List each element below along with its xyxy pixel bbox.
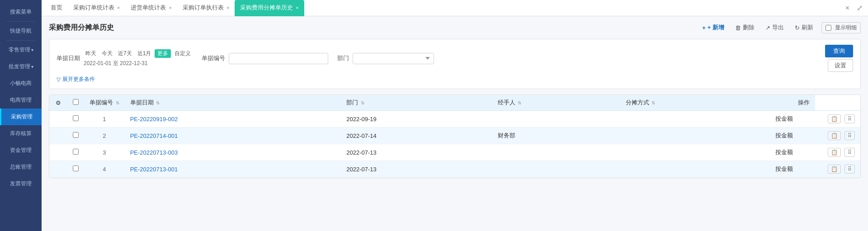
sidebar-item-ledger-label: 总账管理 [10,163,32,171]
edit-button[interactable]: 📋 [828,114,841,123]
action-buttons: 📋 ⠿ [821,131,855,140]
tab-incoming-stats-close[interactable]: × [169,5,171,10]
tab-incoming-stats[interactable]: 进货单统计表 × [125,0,177,16]
row-checkbox[interactable] [73,115,79,121]
more-button[interactable]: ⠿ [844,165,855,174]
sidebar-item-purchase[interactable]: 采购管理 [0,108,42,125]
shortcut-custom[interactable]: 自定义 [173,49,193,58]
dept-sort-icon[interactable]: ⇅ [361,100,364,105]
handler-sort-icon[interactable]: ⇅ [518,100,521,105]
row-docdate: 2022-07-14 [341,127,492,144]
row-checkbox[interactable] [73,132,79,138]
refresh-button[interactable]: ↻ 刷新 [792,22,816,33]
row-docno: PE-20220713-001 [125,161,341,178]
show-columns-button[interactable]: 显示明细 [821,22,861,33]
shortcut-yesterday[interactable]: 昨天 [84,49,98,58]
edit-button[interactable]: 📋 [828,165,841,174]
dept-search-field: 部门 财务部 [337,53,434,64]
docno-input[interactable] [229,53,328,64]
sidebar-item-wholesale[interactable]: 批发管理 ▾ [0,58,42,75]
row-checkbox[interactable] [73,149,79,155]
delete-label: 删除 [743,24,755,32]
tab-purchase-cost-history[interactable]: 采购费用分摊单历史 × [235,0,304,16]
toolbar: + + 新增 🗑 删除 ↗ 导出 ↻ 刷新 显示明细 [699,22,861,33]
expand-more-container: ▽ 展开更多条件 [57,75,853,83]
settings-button[interactable]: 设置 [828,59,853,72]
page-title: 采购费用分摊单历史 [49,23,114,33]
row-checkbox[interactable] [73,165,79,171]
doc-no-link[interactable]: PE-20220713-003 [130,149,178,156]
row-operations: 📋 ⠿ [815,111,860,127]
sidebar-item-quicknav[interactable]: 快捷导航 [0,23,42,39]
more-button[interactable]: ⠿ [844,131,855,140]
sidebar-item-ecommerce[interactable]: 电商管理 [0,92,42,108]
row-checkbox-cell [67,111,84,127]
search-button[interactable]: 查询 [825,45,853,57]
more-button[interactable]: ⠿ [844,114,855,123]
export-button[interactable]: ↗ 导出 [763,22,787,33]
show-columns-checkbox[interactable] [826,25,831,31]
data-table: ⚙ 单据编号 ⇅ 单据日期 ⇅ [49,95,860,178]
docno-label: 单据编号 [202,54,225,62]
export-icon: ↗ [765,24,770,31]
doc-no-link[interactable]: PE-20220919-002 [130,116,178,123]
delete-button[interactable]: 🗑 删除 [732,22,757,33]
docno-sort-icon[interactable]: ⇅ [116,100,119,105]
shortcut-today[interactable]: 今天 [100,49,114,58]
sidebar-item-finance-label: 资金管理 [10,146,32,154]
row-num: 4 [84,161,125,178]
tab-purchase-cost-history-label: 采购费用分摊单历史 [240,4,293,12]
more-button[interactable]: ⠿ [844,148,855,157]
table-header-row: ⚙ 单据编号 ⇅ 单据日期 ⇅ [49,95,860,111]
sidebar-item-inventory[interactable]: 库存核算 [0,125,42,142]
row-gear-cell [49,111,67,127]
sidebar-item-ecommerce-label: 电商管理 [10,96,32,104]
row-splitmethod: 按金额 [770,111,815,127]
tab-home[interactable]: 首页 [45,0,68,16]
tab-purchase-order-stats-close[interactable]: × [117,5,120,10]
sidebar-item-retail[interactable]: 零售管理 ▾ [0,42,42,58]
docno-search-field: 单据编号 [202,53,328,64]
sidebar-item-purchase-label: 采购管理 [11,113,33,121]
tab-purchase-order-exec-close[interactable]: × [226,5,229,10]
tab-purchase-cost-history-close[interactable]: × [296,5,298,10]
tab-purchase-order-stats[interactable]: 采购订单统计表 × [68,0,125,16]
select-all-checkbox[interactable] [73,99,79,105]
splitmethod-sort-icon[interactable]: ⇅ [651,100,655,105]
shortcut-7days[interactable]: 近7天 [116,49,134,58]
refresh-icon: ↻ [795,24,800,31]
gear-icon[interactable]: ⚙ [56,99,61,106]
sidebar-item-finance[interactable]: 资金管理 [0,142,42,159]
row-gear-cell [49,161,67,178]
tab-maximize-button[interactable]: ⤢ [855,3,864,13]
dept-select[interactable]: 财务部 [353,53,434,64]
date-range: 2022-01-01 至 2022-12-31 [84,60,193,67]
sidebar-item-mini[interactable]: 小畅电商 [0,75,42,92]
edit-button[interactable]: 📋 [828,148,841,157]
docdate-sort-icon[interactable]: ⇅ [156,100,160,105]
row-splitmethod: 按金额 [770,144,815,161]
sidebar-item-wholesale-label: 批发管理 [9,63,30,71]
doc-no-link[interactable]: PE-20220713-001 [130,166,178,173]
expand-more-button[interactable]: ▽ 展开更多条件 [57,75,853,83]
row-docno: PE-20220713-003 [125,144,341,161]
row-handler [620,127,770,144]
sidebar-item-search[interactable]: 搜索菜单 [0,4,42,20]
row-handler [620,111,770,127]
shortcut-1month[interactable]: 近1月 [136,49,153,58]
col-docno: 单据编号 ⇅ [84,95,125,111]
tab-close-all-button[interactable]: × [844,3,851,13]
row-gear-cell [49,144,67,161]
sidebar-item-retail-arrow: ▾ [31,47,33,52]
tab-purchase-order-exec[interactable]: 采购订单执行表 × [177,0,235,16]
sidebar-item-ledger[interactable]: 总账管理 [0,159,42,175]
tab-purchase-order-stats-label: 采购订单统计表 [73,4,114,12]
add-button[interactable]: + + 新增 [699,22,727,33]
shortcut-more[interactable]: 更多 [155,49,171,58]
row-docdate: 2022-09-19 [341,111,492,127]
table-row: 3 PE-20220713-003 2022-07-13 按金额 📋 ⠿ [49,144,860,161]
page-container: 采购费用分摊单历史 + + 新增 🗑 删除 ↗ 导出 ↻ 刷新 [42,16,868,231]
edit-button[interactable]: 📋 [828,131,841,140]
doc-no-link[interactable]: PE-20220714-001 [130,132,178,139]
sidebar-item-invoice[interactable]: 发票管理 [0,175,42,192]
